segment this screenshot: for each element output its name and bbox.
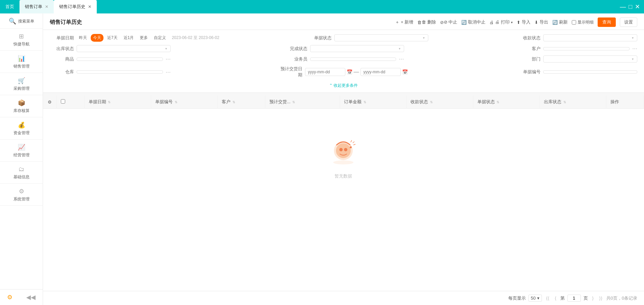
tab-home-label: 首页 <box>5 4 14 10</box>
print-label: 🖨 打印 <box>495 19 510 25</box>
date-btn-7days[interactable]: 近7天 <box>105 34 120 42</box>
show-detail-input[interactable] <box>572 20 576 25</box>
page-last-btn[interactable]: ⟩⟩ <box>598 295 604 302</box>
tab-sales-order[interactable]: 销售订单 ✕ <box>19 0 54 13</box>
page-size-select[interactable]: 50 ▾ <box>528 295 542 302</box>
date-btn-custom[interactable]: 自定义 <box>152 34 168 42</box>
sidebar-item-finance[interactable]: 💰 资金管理 <box>0 117 43 140</box>
import-icon: ⬆ <box>517 20 520 25</box>
new-button[interactable]: ＋ + 新增 <box>395 19 413 25</box>
sidebar-sales-mgmt-label: 销售管理 <box>13 64 30 69</box>
sidebar-volume-btn[interactable]: ◀◀ <box>26 294 36 301</box>
tab-sales-order-history[interactable]: 销售订单历史 ✕ <box>54 0 97 13</box>
warehouse-filter-select[interactable] <box>77 70 163 74</box>
sidebar-settings-btn[interactable]: ⚙ <box>7 294 12 301</box>
out-status-filter-select[interactable]: ▾ <box>77 45 171 52</box>
page-next-btn[interactable]: ⟩ <box>591 295 595 302</box>
salesperson-filter-label: 业务员 <box>287 56 310 62</box>
settings-button[interactable]: 设置 <box>620 17 637 27</box>
sidebar-item-sales-mgmt[interactable]: 📊 销售管理 <box>0 51 43 73</box>
window-close-btn[interactable]: ✕ <box>635 3 640 10</box>
select-all-checkbox[interactable] <box>61 99 65 104</box>
sidebar-item-search[interactable]: 🔍 搜索菜单 <box>0 13 43 29</box>
th-order-no[interactable]: 单据编号 ⇅ <box>151 96 218 109</box>
sidebar-basic-info-label: 基础信息 <box>13 174 30 180</box>
page-label: 第 <box>560 295 565 301</box>
cal-to-icon[interactable]: 📅 <box>402 69 408 75</box>
export-icon: ⬇ <box>534 20 538 25</box>
filter-section: 单据日期 昨天 今天 近7天 近1月 更多 自定义 2023-06-02 至 2… <box>43 30 644 93</box>
tab-sales-order-history-close[interactable]: ✕ <box>88 4 91 9</box>
window-minimize-btn[interactable]: — <box>620 3 626 10</box>
stop-button[interactable]: ⊘ ⊘ 中止 <box>440 19 458 25</box>
svg-line-7 <box>353 142 354 143</box>
page-header: 销售订单历史 ＋ + 新增 🗑 🗑 删除 ⊘ ⊘ 中止 🔄 取消中止 <box>43 13 644 30</box>
complete-status-arrow-icon: ▾ <box>399 47 400 50</box>
tab-sales-order-close[interactable]: ✕ <box>45 4 48 9</box>
collapse-bar[interactable]: ⌃ 收起更多条件 <box>50 81 637 88</box>
print-button[interactable]: 🖨 🖨 打印 <box>489 19 513 25</box>
dept-filter-select[interactable]: ▾ <box>543 55 637 63</box>
window-maximize-btn[interactable]: □ <box>629 3 632 10</box>
cancel-stop-label: 取消中止 <box>468 19 485 25</box>
order-no-filter-input[interactable] <box>543 70 637 74</box>
export-button[interactable]: ⬇ 导出 <box>534 19 548 25</box>
th-delivery-date[interactable]: 预计交货... ⇅ <box>265 96 340 109</box>
finance-icon: 💰 <box>18 121 25 129</box>
empty-text: 暂无数据 <box>335 173 352 179</box>
tab-home[interactable]: 首页 <box>0 0 19 13</box>
sidebar-operations-label: 经营管理 <box>13 152 30 158</box>
sidebar-item-inventory[interactable]: 📦 库存核算 <box>0 95 43 117</box>
delivery-date-to-input[interactable] <box>360 68 401 76</box>
svg-point-3 <box>339 148 343 151</box>
goods-filter-select[interactable] <box>77 58 163 61</box>
page-total-info: 共0页，0条记录 <box>606 295 637 301</box>
status-filter-select[interactable]: ▾ <box>334 34 428 41</box>
query-button[interactable]: 查询 <box>598 17 616 27</box>
date-btn-today[interactable]: 今天 <box>91 34 103 42</box>
customer-filter-select[interactable] <box>543 47 630 50</box>
page-prev-btn[interactable]: ⟨ <box>553 295 558 302</box>
page-input[interactable] <box>567 295 581 302</box>
th-customer[interactable]: 客户 ⇅ <box>218 96 265 109</box>
delete-button[interactable]: 🗑 🗑 删除 <box>417 19 436 25</box>
warehouse-filter-label: 仓库 <box>50 69 77 75</box>
out-status-filter-label: 出库状态 <box>50 46 77 52</box>
show-detail-checkbox[interactable]: 显示明细 <box>572 20 594 25</box>
cancel-stop-button[interactable]: 🔄 取消中止 <box>461 19 485 25</box>
sidebar-item-quick-nav[interactable]: ⊞ 快捷导航 <box>0 29 43 51</box>
th-bill-status[interactable]: 单据状态 ⇅ <box>473 96 540 109</box>
date-btn-1month[interactable]: 近1月 <box>121 34 136 42</box>
th-settings[interactable]: ⚙ <box>43 96 56 109</box>
filter-row-3: 商品 ··· 业务员 ··· 部门 <box>50 55 637 63</box>
th-out-status[interactable]: 出库状态 ⇅ <box>540 96 606 109</box>
refresh-button[interactable]: 🔄 刷新 <box>552 19 568 25</box>
th-action: 操作 <box>606 96 644 109</box>
sidebar-item-sys-mgmt[interactable]: ⚙ 系统管理 <box>0 184 43 206</box>
pay-status-filter-select[interactable]: ▾ <box>543 34 637 41</box>
date-btn-yesterday[interactable]: 昨天 <box>77 34 89 42</box>
warehouse-dots-icon[interactable]: ··· <box>166 69 171 76</box>
goods-dots-icon[interactable]: ··· <box>166 55 171 63</box>
top-bar-right: — □ ✕ <box>616 3 644 10</box>
complete-status-filter-select[interactable]: ▾ <box>310 45 404 52</box>
th-date[interactable]: 单据日期 ⇅ <box>84 96 151 109</box>
import-button[interactable]: ⬆ 导入 <box>517 19 530 25</box>
operations-icon: 📈 <box>18 144 25 151</box>
cal-from-icon[interactable]: 📅 <box>347 69 352 75</box>
date-btn-more[interactable]: 更多 <box>137 34 150 42</box>
sidebar-item-operations[interactable]: 📈 经营管理 <box>0 140 43 162</box>
salesperson-filter-select[interactable] <box>310 58 396 61</box>
sidebar-item-basic-info[interactable]: 🗂 基础信息 <box>0 162 43 184</box>
th-amount[interactable]: 订单金额 ⇅ <box>340 96 406 109</box>
cancel-stop-icon: 🔄 <box>461 20 467 25</box>
search-icon: 🔍 <box>9 17 16 25</box>
sidebar-item-purchase-mgmt[interactable]: 🛒 采购管理 <box>0 73 43 95</box>
th-pay-status[interactable]: 收款状态 ⇅ <box>406 96 473 109</box>
customer-dots-icon[interactable]: ··· <box>632 45 637 52</box>
delivery-date-from-input[interactable] <box>305 68 345 76</box>
page-first-btn[interactable]: ⟨⟨ <box>545 295 551 302</box>
sort-orderno-icon: ⇅ <box>175 100 177 104</box>
sidebar-inventory-label: 库存核算 <box>13 108 30 114</box>
salesperson-dots-icon[interactable]: ··· <box>399 55 404 63</box>
